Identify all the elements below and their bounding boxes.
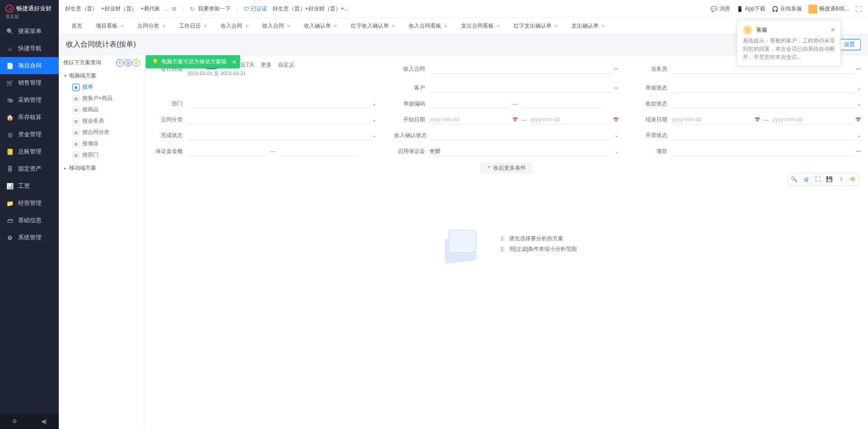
tree-item-0-6[interactable]: ▦按部门 [70,149,142,161]
sidebar-item-3[interactable]: 🛒销售管理 [0,74,59,91]
tool-gear-icon[interactable]: ⚙ [847,173,859,185]
sidebar-item-7[interactable]: 📒总账管理 [0,143,59,160]
crumbs2[interactable]: 好生意（普）+好业财（普）+... [273,5,349,13]
sidebar-item-5[interactable]: 🏠库存核算 [0,109,59,126]
sidebar-item-10[interactable]: 📁经营管理 [0,195,59,212]
cs-close-icon[interactable]: ✕ [830,27,835,33]
crumb-1[interactable]: +好业财（普） [101,5,137,13]
input-project[interactable] [672,147,854,156]
input-billno-to[interactable] [522,99,601,109]
sidebar-item-12[interactable]: ⚙系统管理 [0,229,59,246]
chevron-down-icon[interactable]: ⌄ [373,133,376,138]
tab-close-icon[interactable]: ✕ [162,24,165,29]
tab-1[interactable]: 项目看板✕ [90,18,130,34]
sidebar-item-2[interactable]: 📄项目合同 [0,57,59,74]
tab-close-icon[interactable]: ✕ [287,24,290,29]
calendar-icon[interactable]: 📅 [755,117,760,122]
chevron-down-icon[interactable]: ⌄ [373,101,376,106]
crumb-2[interactable]: +易代账 [141,5,160,13]
chevron-down-icon[interactable]: ⌄ [373,117,376,122]
tab-close-icon[interactable]: ✕ [496,24,500,29]
chevron-down-icon[interactable]: ⌄ [164,6,168,12]
input-startdate-from[interactable] [429,115,510,124]
more-icon[interactable]: ••• [856,67,861,72]
refresh-icon[interactable]: ↻ [190,6,194,12]
tab-close-icon[interactable]: ✕ [601,24,605,29]
sidebar-item-6[interactable]: ◎资金管理 [0,126,59,143]
scheme-target-icon[interactable]: ◎ [124,59,132,67]
sidebar-item-4[interactable]: 🛍采购管理 [0,91,59,109]
tab-close-icon[interactable]: ✕ [444,24,448,29]
tab-close-icon[interactable]: ✕ [554,24,558,29]
more-icon[interactable]: ••• [613,86,618,91]
tree-item-0-3[interactable]: ▦按业务员 [70,115,142,127]
tool-search-icon[interactable]: 🔍 [788,173,800,185]
select-enabledeposit[interactable] [429,147,613,156]
input-depositamt-from[interactable] [187,147,267,156]
input-customer[interactable] [429,83,612,93]
user-menu[interactable]: 畅捷通B组... [808,5,849,14]
tab-8[interactable]: 收入合同看板✕ [402,18,454,34]
input-startdate-to[interactable] [530,115,611,124]
input-enddate-to[interactable] [773,115,854,124]
tab-close-icon[interactable]: ✕ [245,24,249,29]
tab-close-icon[interactable]: ✕ [334,24,337,29]
message-link[interactable]: 💬消息 [711,5,730,13]
tool-save-icon[interactable]: 💾 [823,173,835,185]
tree-item-0-2[interactable]: ▦按商品 [70,104,142,115]
tab-10[interactable]: 红字支出确认单✕ [507,18,564,34]
date-chip-4[interactable]: 更多 [259,61,274,69]
calendar-icon[interactable]: 📅 [855,117,861,122]
calendar-icon[interactable]: 📅 [512,117,518,122]
input-billno-from[interactable] [429,99,509,109]
sidebar-item-11[interactable]: 🗃基础信息 [0,212,59,229]
chevron-down-icon[interactable]: ⌄ [857,101,861,106]
try-link[interactable]: 我要体验一下 [198,5,231,13]
scheme-add-icon[interactable]: + [116,59,123,67]
app-download-link[interactable]: 📱App下载 [736,5,765,13]
online-cs-link[interactable]: 🎧在线客服 [772,5,802,13]
crumb-0[interactable]: 好生意（普） [65,5,98,13]
sidebar-item-0[interactable]: 🔍搜索菜单 [0,23,59,40]
tab-2[interactable]: 合同分类✕ [131,18,172,34]
tab-9[interactable]: 支出合同看板✕ [455,18,506,34]
select-dept[interactable] [187,99,371,109]
tab-4[interactable]: 收入合同✕ [214,18,255,34]
calendar-icon[interactable]: 📅 [613,117,618,122]
setting-button[interactable]: 设置 [838,39,861,50]
tab-close-icon[interactable]: ✕ [203,24,207,29]
collapse-more-button[interactable]: ⌃收起更多条件 [481,162,532,174]
input-depositamt-to[interactable] [279,147,359,156]
select-confirmstatus[interactable] [429,131,613,140]
sidebar-item-9[interactable]: 📊工资 [0,177,59,195]
tab-7[interactable]: 红字收入确认单✕ [344,18,401,34]
chevron-down-icon[interactable]: ⌄ [857,133,861,138]
tab-11[interactable]: 支出确认单✕ [565,18,611,34]
collapse-sidebar-icon[interactable]: ◀| [29,414,59,429]
more-icon[interactable]: ••• [613,67,618,72]
tab-close-icon[interactable]: ✕ [120,24,124,29]
select-invoicestatus[interactable] [672,131,855,140]
verified-badge[interactable]: 🛡已认证 [244,5,267,13]
select-receiptstatus[interactable] [672,99,855,109]
tip-close-icon[interactable]: ✕ [232,59,236,65]
scheme-toggle-icon[interactable]: « [132,59,140,67]
chevron-down-icon[interactable]: ⌄ [857,86,861,91]
sidebar-item-1[interactable]: ⌂快捷导航 [0,40,59,57]
select-completestatus[interactable] [187,131,371,140]
tool-expand-icon[interactable]: ⛶ [811,173,823,185]
tree-group-0[interactable]: ▾电脑端方案 [61,70,142,81]
more-icon[interactable]: ••• [856,149,861,154]
settings-gear-icon[interactable]: ⚙ [0,414,29,429]
tab-0[interactable]: 首页 [65,18,89,34]
sidebar-item-8[interactable]: 🗄固定资产 [0,160,59,177]
input-enddate-from[interactable] [672,115,753,124]
date-chip-3[interactable]: 近7天 [239,61,256,69]
select-classify[interactable] [187,115,371,124]
tab-3[interactable]: 工作日历✕ [173,18,213,34]
chevron-down-icon[interactable]: ⌄ [615,133,618,138]
tab-close-icon[interactable]: ✕ [392,24,395,29]
select-billstatus[interactable] [672,83,855,93]
tree-item-0-4[interactable]: ▦按合同分类 [70,127,142,138]
fullscreen-icon[interactable]: ⛶ [855,5,862,13]
